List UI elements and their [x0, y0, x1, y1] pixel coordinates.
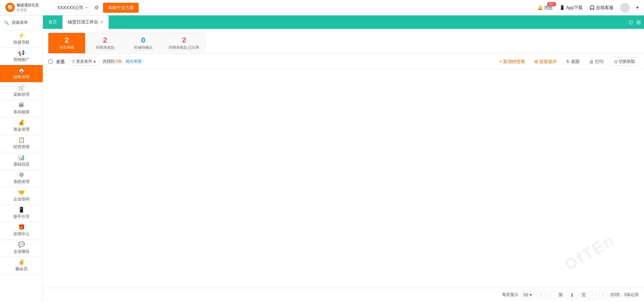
sidebar-item-label: 快捷导航: [13, 40, 30, 45]
sidebar-item-operation[interactable]: 📋 经营管理: [0, 135, 43, 152]
sidebar-item-vip[interactable]: ✌ 畅会员: [0, 257, 43, 274]
sidebar-item-label: 企业微信: [13, 249, 30, 254]
sidebar-item-guide[interactable]: 📱 新手引导: [0, 204, 43, 222]
sidebar-item-label: 基础信息: [13, 162, 30, 167]
sidebar-item-purchase[interactable]: 🛒 采购管理: [0, 82, 43, 100]
refresh-label: 刷新: [571, 59, 580, 65]
sidebar-item-finance[interactable]: 💰 资金管理: [0, 117, 43, 135]
finance-icon: 💰: [18, 119, 25, 126]
message-btn[interactable]: 🔔 消息 99+: [537, 5, 553, 11]
settings-icon[interactable]: ⚙: [94, 4, 99, 11]
prev-page-btn[interactable]: ＜: [548, 291, 556, 299]
last-page-btn[interactable]: ⟩⟩: [599, 291, 607, 299]
summary-tab-overdue[interactable]: 2 到期未收款: [87, 33, 123, 53]
vip-icon: ✌: [18, 259, 25, 265]
logo-icon: 畅: [5, 3, 15, 12]
sidebar-item-quick-nav[interactable]: ⚡ 快捷导航: [0, 30, 43, 48]
print-icon: 🖨: [589, 59, 594, 64]
print-label: 打印: [595, 59, 604, 65]
per-page-label: 每页显示: [502, 292, 518, 298]
search-icon: 🔍: [4, 20, 9, 25]
sidebar-item-wechat[interactable]: 💬 企业微信: [0, 239, 43, 257]
online-service-btn[interactable]: 🎧 在线客服: [589, 5, 613, 11]
select-all-checkbox[interactable]: [48, 59, 53, 64]
next-page-btn[interactable]: ＞: [589, 291, 597, 299]
table-area: [43, 70, 644, 287]
trial-button[interactable]: 体验行业方案: [103, 3, 139, 13]
summary-tab-all[interactable]: 2 全部单据: [48, 33, 85, 53]
top-header: 畅 畅捷通好生意 标准版 XXXXXX公司 ▾ ⚙ 体验行业方案 🔔 消息 99…: [0, 0, 644, 15]
add-sales-order-btn[interactable]: + 新增销货单: [497, 57, 528, 66]
page-size-value: 50: [523, 292, 528, 297]
sidebar-item-label: 库存核算: [13, 109, 30, 115]
refresh-btn[interactable]: ↻ 刷新: [564, 57, 583, 66]
refresh-icon: ↻: [566, 59, 570, 64]
header-right: 🔔 消息 99+ 📱 App下载 🎧 在线客服 ▾: [537, 3, 639, 12]
switch-new-version-btn[interactable]: ⊡ 切换新版: [610, 57, 639, 66]
nav-tabs: 首页 钱货日清工作台 ✕ ⊡ ⊞: [43, 15, 644, 29]
sidebar-item-label: 企业协同: [13, 196, 30, 202]
logo-text: 畅捷通好生意: [17, 3, 39, 7]
cooperation-icon: 🤝: [18, 189, 25, 195]
summary-tab-wangpu-label: 旺铺待确认: [134, 45, 153, 49]
avatar[interactable]: [620, 3, 630, 12]
tab-close-icon[interactable]: ✕: [100, 20, 103, 24]
toolbar-right: + 新增销货单 ⊞ 批量操作 ↻ 刷新 🖨 打印 ⊡ 切换新版: [497, 57, 639, 66]
user-menu-btn[interactable]: ▾: [636, 5, 639, 10]
logo-sub: 标准版: [17, 8, 39, 12]
pagination: 每页显示 50 ▾ ⟨⟨ ＜ 第 页 ＞ ⟩⟩ 共0页，0条记录: [43, 287, 644, 302]
tab-qianhuoricheng[interactable]: 钱货日清工作台 ✕: [62, 15, 109, 29]
filter-button[interactable]: ▽ 更多条件 ▾: [68, 57, 99, 66]
batch-operation-btn[interactable]: ⊞ 批量操作: [532, 57, 559, 66]
summary-tab-wangpu[interactable]: 0 旺铺待确认: [125, 33, 162, 53]
toolbar-left: 全选 ▽ 更多条件 ▾ 共找到 0条 相关单据: [48, 57, 493, 66]
summary-tab-all-label: 全部单据: [59, 45, 74, 49]
sidebar-item-label: 畅会员: [15, 266, 28, 272]
sidebar-item-cooperation[interactable]: 🤝 企业协同: [0, 187, 43, 204]
current-page-input[interactable]: [566, 291, 579, 299]
summary-tabs: 2 全部单据 2 到期未收款 0 旺铺待确认 2 到期未收款 已出库: [43, 29, 644, 54]
sidebar-item-system[interactable]: ⚙ 系统管理: [0, 170, 43, 187]
nav-maximize-icon[interactable]: ⊞: [636, 19, 641, 25]
guide-icon: 📱: [18, 206, 25, 213]
message-badge: 99+: [547, 2, 556, 6]
tab-home[interactable]: 首页: [43, 15, 62, 29]
sidebar-item-basic[interactable]: 📊 基础信息: [0, 152, 43, 170]
summary-tab-wangpu-num: 0: [130, 36, 156, 45]
appstore-icon: 🎁: [18, 224, 25, 230]
nav-minimize-icon[interactable]: ⊡: [629, 19, 633, 25]
found-prefix: 共找到: [103, 59, 115, 64]
page-suffix: 页: [582, 292, 586, 298]
system-icon: ⚙: [19, 172, 24, 178]
switch-icon: ⊡: [614, 59, 618, 64]
sidebar-item-label: 系统管理: [13, 179, 30, 185]
batch-label: 批量操作: [539, 59, 557, 65]
sidebar-search[interactable]: 🔍 搜索菜单: [0, 15, 43, 30]
summary-tab-all-num: 2: [54, 36, 79, 45]
filter-label: 更多条件: [76, 59, 92, 64]
sidebar-item-marketing[interactable]: 📢 营销推广: [0, 48, 43, 65]
sidebar-item-label: 新手引导: [13, 214, 30, 220]
app-download-btn[interactable]: 📱 App下载: [559, 5, 583, 11]
sidebar-item-sales[interactable]: 🏠 销售管理: [0, 65, 43, 82]
content-area: 2 全部单据 2 到期未收款 0 旺铺待确认 2 到期未收款 已出库 全选: [43, 29, 644, 302]
print-btn[interactable]: 🖨 打印: [587, 57, 606, 66]
switch-label: 切换新版: [619, 59, 635, 64]
phone-icon: 📱: [559, 5, 565, 10]
page-size-select[interactable]: 50 ▾: [521, 291, 534, 298]
purchase-icon: 🛒: [18, 84, 25, 91]
chevron-down-icon-page: ▾: [530, 292, 532, 297]
sidebar-item-inventory[interactable]: 🏛 库存核算: [0, 100, 43, 117]
sidebar-item-label: 经营管理: [13, 144, 30, 150]
related-link[interactable]: 相关单据: [125, 59, 142, 64]
select-all-label: 全选: [56, 59, 65, 65]
main-content: 2 全部单据 2 到期未收款 0 旺铺待确认 2 到期未收款 已出库 全选: [43, 29, 644, 302]
summary-tab-overdue-num: 2: [92, 36, 118, 45]
first-page-btn[interactable]: ⟨⟨: [537, 291, 545, 299]
company-selector[interactable]: XXXXXX公司 ▾: [54, 3, 91, 12]
online-service-label: 在线客服: [596, 5, 613, 11]
summary-tab-overdue2[interactable]: 2 到期未收款 已出库: [163, 33, 205, 53]
bell-icon: 🔔: [537, 5, 543, 10]
sales-icon: 🏠: [18, 67, 25, 73]
sidebar-item-appstore[interactable]: 🎁 应用中心: [0, 222, 43, 239]
